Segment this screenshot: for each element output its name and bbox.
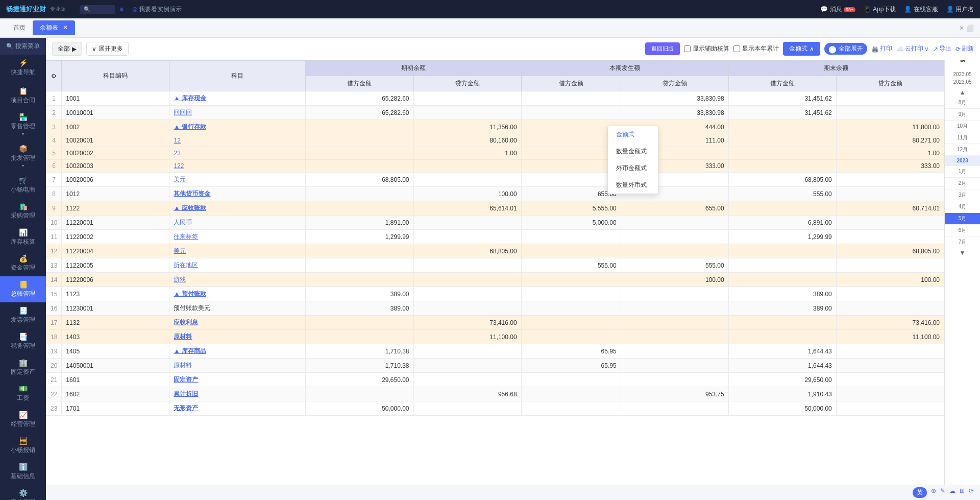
sidebar-item-system[interactable]: ⚙️ 系统管理 (0, 485, 46, 500)
dropdown-item-qty-foreign[interactable]: 数量外币式 (608, 177, 658, 194)
dropdown-item-amount[interactable]: 金额式 (608, 126, 658, 143)
table-row: 4 10020001 12 80,160.00 111.00 80,271.00 (46, 134, 944, 147)
th-closing-group: 期末余额 (728, 61, 944, 76)
message-btn[interactable]: 💬 消息 99+ (820, 5, 855, 14)
dropdown-item-qty-amount[interactable]: 数量金额式 (608, 143, 658, 160)
row-num: 2 (46, 106, 62, 120)
all-filter-btn[interactable]: 全部 ▶ (52, 42, 82, 56)
period-9[interactable]: 9月 (945, 109, 980, 121)
invoice-icon: 🧾 (19, 306, 28, 315)
cloud-print-btn[interactable]: ☁️ 云打印 ∨ (896, 44, 929, 53)
period-11[interactable]: 11月 (945, 132, 980, 144)
cloud-btn[interactable]: ☁ (949, 487, 955, 498)
sidebar-item-quick-nav[interactable]: ⚡ 快捷导航 (0, 55, 46, 81)
closing-debit (728, 120, 836, 134)
annual-check[interactable] (733, 45, 740, 52)
table-row: 3 1002 ▲ 银行存款 11,356.00 444.00 11,800.00 (46, 120, 944, 134)
closing-debit (728, 244, 836, 258)
row-num: 9 (46, 201, 62, 216)
period-debit (521, 230, 621, 244)
tab-close-btn[interactable]: ✕ (63, 24, 68, 31)
row-name: 累计折旧 (169, 387, 306, 401)
export-btn[interactable]: ↗ 导出 (933, 44, 951, 53)
period-6[interactable]: 6月 (945, 225, 980, 236)
row-code: 1012 (62, 187, 169, 201)
opening-credit (413, 258, 521, 273)
table-settings-col[interactable]: ⚙ (46, 61, 62, 91)
opening-debit: 1,710.38 (306, 359, 413, 373)
return-old-btn[interactable]: 返回旧版 (645, 42, 680, 55)
sidebar-item-fund[interactable]: 💰 资金管理 (0, 250, 46, 276)
period-up-btn[interactable]: ▲ (959, 88, 967, 97)
sidebar-item-expense[interactable]: 🧮 小畅报销 (0, 433, 46, 459)
period-3[interactable]: 3月 (945, 189, 980, 201)
tab-balance-sheet[interactable]: 余额表 ✕ (33, 20, 75, 35)
opening-debit (306, 316, 413, 330)
period-1[interactable]: 1月 (945, 166, 980, 178)
sidebar-item-tax[interactable]: 📑 税务管理 (0, 328, 46, 354)
app-download-btn[interactable]: 📱 App下载 (864, 5, 896, 14)
period-12[interactable]: 12月 (945, 144, 980, 156)
period-8[interactable]: 8月 (945, 97, 980, 109)
sidebar-item-ecommerce[interactable]: 🛒 小畅电商 (0, 172, 46, 198)
sidebar-item-inventory[interactable]: 📊 库存核算 (0, 224, 46, 250)
period-debit (521, 173, 621, 187)
demo-text[interactable]: ◎ 我要看实例演示 (132, 5, 182, 14)
refresh-btn[interactable]: ⟳ 刷新 (955, 44, 974, 53)
sidebar-item-retail[interactable]: 🏪 零售管理 (0, 109, 46, 140)
sidebar-item-management[interactable]: 📈 经营管理 (0, 407, 46, 433)
row-num: 7 (46, 173, 62, 187)
auxiliary-check[interactable] (684, 45, 691, 52)
sidebar-item-wholesale[interactable]: 📦 批发管理 (0, 140, 46, 172)
period-year-2023[interactable]: 2023 (945, 156, 980, 166)
sidebar-search[interactable]: 🔍 搜索菜单 (0, 38, 46, 55)
period-5[interactable]: 5月 (945, 213, 980, 225)
show-annual-checkbox[interactable]: 显示本年累计 (733, 44, 779, 53)
format-type-btn[interactable]: 金额式 ∧ (783, 42, 820, 56)
sidebar-item-purchase[interactable]: 🛍️ 采购管理 (0, 198, 46, 224)
system-icon: ⚙️ (19, 489, 28, 497)
user-avatar[interactable]: 👤 用户名 (946, 5, 974, 14)
top-bar-right: 💬 消息 99+ 📱 App下载 👤 在线客服 👤 用户名 (820, 5, 974, 14)
sidebar-item-fixed-assets[interactable]: 🏢 固定资产 (0, 354, 46, 380)
expand-all-btn[interactable]: ⬤ 全部展开 (824, 43, 867, 55)
sidebar-item-project[interactable]: 📋 项目合同 (0, 83, 46, 109)
closing-credit: 11,100.00 (836, 330, 944, 344)
opening-debit: 389.00 (306, 301, 413, 316)
opening-debit (306, 160, 413, 173)
reload-btn[interactable]: ⟳ (969, 487, 974, 498)
closing-credit (836, 187, 944, 201)
period-down-btn[interactable]: ▼ (959, 248, 967, 257)
maximize-btn[interactable]: ⬜ (966, 25, 974, 32)
show-auxiliary-checkbox[interactable]: 显示辅助核算 (684, 44, 729, 53)
expand-more-btn[interactable]: ∨ 展开更多 (86, 42, 129, 56)
row-code: 10020001 (62, 134, 169, 147)
dropdown-item-foreign-amount[interactable]: 外币金额式 (608, 160, 658, 177)
sidebar-item-ledger[interactable]: 📒 总账管理 (0, 276, 46, 302)
ledger-icon: 📒 (19, 280, 28, 289)
row-name: ▲ 预付账款 (169, 287, 306, 301)
period-7[interactable]: 7月 (945, 236, 980, 248)
print-btn[interactable]: 🖨️ 打印 (871, 44, 892, 53)
row-code: 1001 (62, 91, 169, 106)
table-row: 7 10020006 美元 68,805.00 68,805.00 (46, 173, 944, 187)
row-code: 11220001 (62, 216, 169, 230)
edit-btn[interactable]: ✎ (940, 487, 945, 498)
grid-btn[interactable]: ⊞ (960, 487, 965, 498)
online-service-btn[interactable]: 👤 在线客服 (904, 5, 938, 14)
sidebar-item-salary[interactable]: 💵 工资 (0, 380, 46, 407)
period-4[interactable]: 4月 (945, 201, 980, 213)
sidebar-item-basic[interactable]: ℹ️ 基础信息 (0, 459, 46, 485)
zoom-in-btn[interactable]: ⊕ (931, 487, 936, 498)
close-window-btn[interactable]: ✕ (959, 25, 964, 32)
lang-switch-btn[interactable]: 英 (913, 487, 927, 498)
row-code: 11220004 (62, 244, 169, 258)
period-debit (521, 244, 621, 258)
gear-icon[interactable]: ⚙ (119, 7, 124, 12)
print-icon: 🖨️ (871, 45, 879, 53)
period-2[interactable]: 2月 (945, 178, 980, 189)
period-10[interactable]: 10月 (945, 121, 980, 132)
tab-home[interactable]: 首页 (6, 20, 33, 35)
sidebar-item-invoice[interactable]: 🧾 发票管理 (0, 302, 46, 328)
search-bar[interactable]: 🔍 (80, 5, 115, 14)
